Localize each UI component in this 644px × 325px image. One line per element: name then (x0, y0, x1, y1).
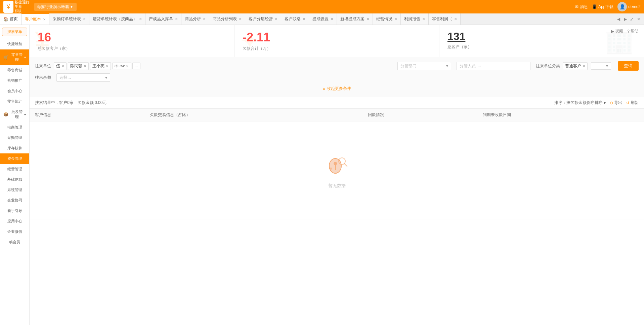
tab-accounts-payable[interactable]: 客户账本 ✕ (22, 13, 49, 25)
tab-close-icon[interactable]: ✕ (422, 17, 425, 21)
balance-label: 往来余额 (35, 75, 51, 80)
sidebar-item-enterprise-wechat[interactable]: 企业微信 (0, 226, 29, 237)
tab-operations[interactable]: 经营情况 ✕ (373, 13, 401, 25)
search-menu-btn[interactable]: 搜索菜单 (2, 28, 27, 36)
stat-number-debt: -2.11 (243, 30, 431, 44)
filter-tag-chen[interactable]: 陈民强 ✕ (68, 62, 89, 70)
filter-tag-wu[interactable]: 伍 ✕ (54, 62, 67, 70)
balance-select[interactable]: 选择... ▾ (56, 73, 110, 82)
collapse-btn[interactable]: ∧ 收起更多条件 (323, 86, 351, 92)
filter-row-2: 往来余额 选择... ▾ (35, 73, 639, 82)
tag-close-chen[interactable]: ✕ (84, 64, 86, 68)
category-tag-normal[interactable]: 普通客户 ✕ (563, 62, 588, 70)
sidebar-item-sys-mgmt[interactable]: 系统管理 (0, 185, 29, 195)
video-link[interactable]: ▶ 视频 (611, 28, 623, 34)
tab-product-entry[interactable]: 产成品入库单 ✕ (145, 13, 181, 25)
query-btn[interactable]: 查询 (618, 61, 639, 71)
tab-profit-report[interactable]: 利润报告 ✕ (401, 13, 429, 25)
tab-product-analysis[interactable]: 商品分析 ✕ (181, 13, 209, 25)
col-debt-info: 欠款交易信息（占比） (144, 109, 363, 121)
tab-purchase-stats[interactable]: 进货单统计表（按商品） ✕ (89, 13, 145, 25)
unit-label: 往来单位 (35, 63, 51, 69)
empty-icon (324, 152, 350, 179)
category-dropdown[interactable]: ▾ (591, 62, 611, 70)
refresh-btn[interactable]: ↺ 刷新 (626, 100, 639, 106)
tab-right-arrow[interactable]: ▶ (622, 16, 629, 23)
sidebar-item-marketing[interactable]: 营销推广 (0, 75, 29, 86)
tab-customer-segment[interactable]: 客户分层经营 ✕ (245, 13, 281, 25)
sidebar-item-pro-member[interactable]: 畅会员 (0, 237, 29, 247)
sidebar-item-quick-nav[interactable]: 快捷导航 (0, 39, 29, 49)
export-btn[interactable]: ⊙ 导出 (610, 100, 622, 106)
video-icon: ▶ (611, 29, 614, 34)
sidebar-item-retail-shop[interactable]: 零售商城 (0, 65, 29, 75)
tag-close-wu[interactable]: ✕ (61, 64, 64, 68)
tab-close-icon[interactable]: ✕ (43, 17, 46, 21)
tab-improvement-settings[interactable]: 提成设置 ✕ (309, 13, 337, 25)
tab-scroll-controls: ◀ ▶ ⤢ ✕ (613, 16, 644, 23)
help-link[interactable]: ? 帮助 (627, 28, 639, 34)
tab-close-icon[interactable]: ✕ (367, 17, 369, 21)
tab-expand-icon[interactable]: ⤢ (629, 16, 635, 23)
balance-select-arrow: ▾ (105, 75, 107, 80)
tag-close-cjttcw[interactable]: ✕ (126, 64, 129, 68)
account-selector[interactable]: 母婴行业演示帐套 ▾ (34, 3, 77, 11)
tab-close-icon[interactable]: ✕ (239, 17, 242, 21)
filter-row-1: 往来单位 伍 ✕ 陈民强 ✕ 王小亮 ✕ (35, 61, 639, 71)
tab-close-icon[interactable]: ✕ (83, 17, 86, 21)
tab-product-analysis-list[interactable]: 商品分析列表 ✕ (209, 13, 245, 25)
sidebar-item-retail-stats[interactable]: 零售统计 (0, 96, 29, 107)
sidebar-item-ecommerce[interactable]: 电商管理 (0, 122, 29, 133)
sidebar-item-new-guide[interactable]: 新手引导 (0, 206, 29, 216)
sidebar-item-basic-info[interactable]: 基础信息 (0, 174, 29, 185)
refresh-icon: ↺ (626, 101, 630, 105)
filter-tag-cjttcw[interactable]: cjttcw ✕ (112, 63, 131, 69)
tab-close-icon[interactable]: ✕ (139, 17, 142, 21)
sidebar-item-wholesale-mgmt[interactable]: 📦 批发管理 ▾ (0, 107, 29, 122)
filter-tag-wang[interactable]: 王小亮 ✕ (90, 62, 111, 70)
sidebar-search-area[interactable]: 搜索菜单 (0, 25, 29, 39)
sidebar-item-inventory[interactable]: 库存核算 (0, 143, 29, 153)
sidebar-item-member-center[interactable]: 会员中心 (0, 86, 29, 96)
user-avatar[interactable]: 👤 demo2 (617, 2, 641, 11)
tab-new-improvement[interactable]: 新增提成方案 ✕ (337, 13, 373, 25)
sort-select[interactable]: 排序：按欠款金额倒序排序 ▾ (554, 100, 606, 106)
filter-more-tags-btn[interactable]: ... (132, 63, 140, 69)
help-links: ▶ 视频 ? 帮助 (611, 28, 639, 34)
sidebar-item-app-center[interactable]: 应用中心 (0, 216, 29, 226)
tab-close-icon[interactable]: ✕ (394, 17, 397, 21)
messages-btn[interactable]: ✉ 消息 (575, 4, 588, 10)
tab-close-icon[interactable]: ✕ (303, 17, 305, 21)
sidebar-item-finance[interactable]: 资金管理 (0, 153, 29, 164)
filter-area: 往来单位 伍 ✕ 陈民强 ✕ 王小亮 ✕ (30, 57, 644, 97)
category-tag-close[interactable]: ✕ (583, 64, 585, 68)
stat-total-customers: ¥ 16 总欠款客户（家） (30, 25, 234, 57)
tab-close-icon[interactable]: ✕ (454, 17, 457, 21)
tab-close-icon[interactable]: ✕ (203, 17, 206, 21)
stat-label-customers: 总欠款客户（家） (38, 46, 226, 51)
tab-close-all-icon[interactable]: ✕ (635, 16, 642, 23)
data-table: 客户信息 欠款交易信息（占比） 回款情况 到期未收款日期 (30, 109, 644, 219)
tab-close-icon[interactable]: ✕ (275, 17, 277, 21)
dept-select-arrow: ▾ (446, 64, 448, 68)
svg-point-2 (334, 162, 337, 165)
dept-select[interactable]: 分管部门 ▾ (397, 62, 451, 70)
svg-line-5 (344, 164, 347, 166)
tab-left-arrow[interactable]: ◀ (615, 16, 622, 23)
tab-home[interactable]: 🏠 首页 (0, 13, 22, 25)
sidebar-item-purchase[interactable]: 采购管理 (0, 133, 29, 143)
sidebar-item-retail-mgmt[interactable]: 🛒 零售管理 ▾ (0, 49, 29, 65)
sidebar-item-enterprise-coop[interactable]: 企业协同 (0, 195, 29, 206)
tab-purchase-orders[interactable]: 采购订单统计表 ✕ (49, 13, 89, 25)
person-select[interactable]: 分管人员 ··· (457, 62, 530, 70)
tab-close-icon[interactable]: ✕ (331, 17, 333, 21)
tag-close-wang[interactable]: ✕ (106, 64, 109, 68)
tab-retail-profit[interactable]: 零售利润（ ✕ (429, 13, 461, 25)
empty-state: 暂无数据 (35, 125, 639, 216)
table-header-row: 客户信息 欠款交易信息（占比） 回款情况 到期未收款日期 (30, 109, 644, 121)
svg-point-6 (330, 168, 332, 170)
app-download-btn[interactable]: 📱 App下载 (592, 4, 613, 10)
tab-customer-contact[interactable]: 客户联络 ✕ (281, 13, 309, 25)
sidebar-item-operations[interactable]: 经营管理 (0, 164, 29, 174)
tab-close-icon[interactable]: ✕ (175, 17, 178, 21)
